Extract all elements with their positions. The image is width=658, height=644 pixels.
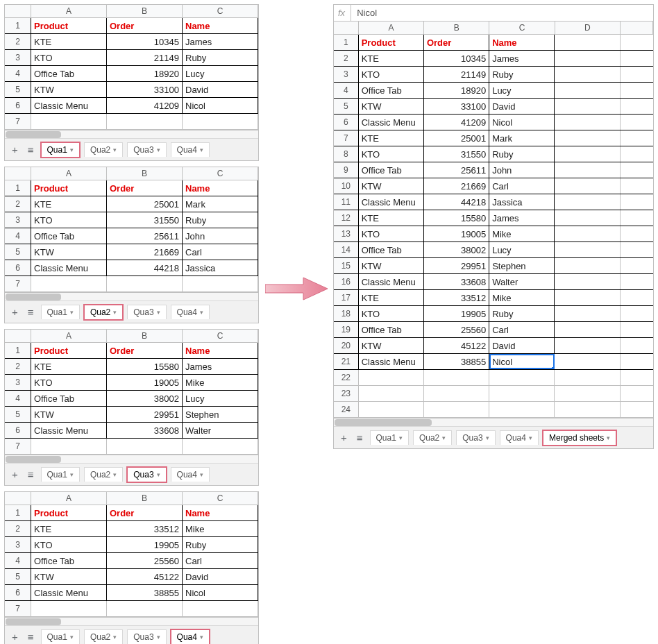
cell[interactable] bbox=[555, 99, 620, 114]
row-header[interactable]: 4 bbox=[5, 66, 31, 81]
row-header[interactable]: 17 bbox=[334, 290, 359, 305]
cell[interactable] bbox=[555, 370, 620, 385]
cell-order[interactable]: 33608 bbox=[424, 274, 489, 289]
cell[interactable] bbox=[489, 386, 555, 401]
cell-name[interactable]: Carl bbox=[489, 322, 555, 337]
tab-dropdown-icon[interactable]: ▾ bbox=[113, 146, 117, 153]
cell[interactable] bbox=[621, 306, 653, 321]
sheet-tab-qua4[interactable]: Qua4 ▾ bbox=[171, 142, 210, 157]
cell[interactable] bbox=[107, 114, 183, 129]
cell-name[interactable]: Lucy bbox=[489, 242, 555, 257]
row-header[interactable]: 5 bbox=[334, 99, 359, 114]
col-header-B[interactable]: B bbox=[424, 22, 489, 34]
cell[interactable] bbox=[31, 601, 107, 616]
row-header[interactable]: 6 bbox=[5, 585, 31, 600]
cell-order[interactable]: 10345 bbox=[424, 51, 489, 66]
cell[interactable] bbox=[183, 276, 258, 291]
order-header[interactable]: Order bbox=[107, 180, 183, 196]
cell[interactable] bbox=[31, 276, 107, 291]
select-all-corner[interactable] bbox=[334, 22, 359, 34]
cell-name[interactable]: Ruby bbox=[489, 306, 555, 321]
cell[interactable] bbox=[621, 274, 653, 289]
sheet-tab-qua4[interactable]: Qua4 ▾ bbox=[171, 467, 210, 482]
row-header[interactable]: 14 bbox=[334, 242, 359, 257]
row-header[interactable]: 2 bbox=[5, 521, 31, 536]
tab-dropdown-icon[interactable]: ▾ bbox=[399, 434, 403, 441]
cell-order[interactable]: 45122 bbox=[424, 338, 489, 353]
name-header[interactable]: Name bbox=[183, 343, 258, 358]
sheet-tab-merged-sheets[interactable]: Merged sheets ▾ bbox=[542, 430, 617, 446]
cell-name[interactable]: Lucy bbox=[183, 66, 258, 81]
row-header[interactable]: 1 bbox=[5, 343, 31, 358]
cell[interactable] bbox=[555, 35, 620, 50]
cell[interactable] bbox=[555, 130, 620, 146]
cell-name[interactable]: Ruby bbox=[183, 50, 258, 65]
product-header[interactable]: Product bbox=[31, 343, 107, 358]
col-header-A[interactable]: A bbox=[31, 167, 107, 180]
cell-name[interactable]: Ruby bbox=[183, 212, 258, 228]
col-header-C[interactable]: C bbox=[183, 492, 258, 505]
col-header-A[interactable]: A bbox=[31, 5, 107, 17]
horizontal-scrollbar[interactable] bbox=[5, 617, 258, 625]
cell-order[interactable]: 45122 bbox=[107, 569, 183, 584]
cell[interactable] bbox=[555, 402, 620, 417]
tab-dropdown-icon[interactable]: ▾ bbox=[157, 634, 160, 641]
cell-product[interactable]: Classic Menu bbox=[359, 354, 424, 369]
cell-name[interactable]: Mike bbox=[183, 375, 258, 390]
cell-product[interactable]: KTO bbox=[359, 226, 424, 242]
cell[interactable] bbox=[621, 146, 653, 162]
cell-order[interactable]: 38002 bbox=[107, 391, 183, 406]
cell-product[interactable]: Office Tab bbox=[31, 391, 107, 406]
cell-product[interactable]: Classic Menu bbox=[31, 98, 107, 113]
tab-dropdown-icon[interactable]: ▾ bbox=[113, 634, 117, 641]
cell[interactable] bbox=[555, 194, 620, 210]
cell[interactable] bbox=[107, 439, 183, 454]
select-all-corner[interactable] bbox=[5, 492, 31, 505]
add-sheet-button[interactable]: + bbox=[9, 468, 21, 480]
tab-dropdown-icon[interactable]: ▾ bbox=[157, 309, 160, 316]
row-header[interactable]: 3 bbox=[5, 50, 31, 65]
cell-name[interactable]: Stephen bbox=[183, 407, 258, 422]
cell[interactable] bbox=[555, 290, 620, 305]
cell-order[interactable]: 21149 bbox=[107, 50, 183, 65]
cell-product[interactable]: KTO bbox=[359, 67, 424, 82]
cell-name[interactable]: James bbox=[183, 34, 258, 49]
sheet-tab-qua1[interactable]: Qua1 ▾ bbox=[41, 305, 80, 319]
cell-product[interactable]: KTW bbox=[31, 82, 107, 97]
horizontal-scrollbar[interactable] bbox=[334, 418, 653, 426]
cell[interactable] bbox=[31, 114, 107, 129]
col-header-A[interactable]: A bbox=[31, 492, 107, 505]
cell[interactable] bbox=[555, 338, 620, 353]
cell[interactable] bbox=[555, 242, 620, 257]
cell-order[interactable]: 31550 bbox=[107, 212, 183, 228]
cell[interactable] bbox=[621, 194, 653, 210]
cell[interactable] bbox=[424, 386, 489, 401]
cell-name[interactable]: James bbox=[183, 359, 258, 374]
cell-product[interactable]: KTE bbox=[359, 51, 424, 66]
col-header-A[interactable]: A bbox=[359, 22, 424, 34]
cell[interactable] bbox=[555, 67, 620, 82]
all-sheets-button[interactable]: ≡ bbox=[25, 144, 37, 155]
product-header[interactable]: Product bbox=[31, 180, 107, 196]
col-header-C[interactable]: C bbox=[183, 167, 258, 180]
cell-product[interactable]: KTW bbox=[31, 407, 107, 422]
cell-order[interactable]: 25001 bbox=[107, 196, 183, 212]
cell-name[interactable]: Nicol bbox=[183, 585, 258, 600]
cell-order[interactable]: 18920 bbox=[107, 66, 183, 81]
cell-order[interactable]: 19905 bbox=[424, 306, 489, 321]
cell-product[interactable]: KTO bbox=[359, 146, 424, 162]
sheet-tab-qua1[interactable]: Qua1 ▾ bbox=[41, 629, 80, 644]
cell-order[interactable]: 25611 bbox=[424, 162, 489, 178]
row-header[interactable]: 5 bbox=[5, 407, 31, 422]
row-header[interactable]: 23 bbox=[334, 386, 359, 401]
cell-name[interactable]: Carl bbox=[489, 178, 555, 194]
tab-dropdown-icon[interactable]: ▾ bbox=[157, 146, 160, 153]
cell-order[interactable]: 38855 bbox=[424, 354, 489, 369]
cell[interactable] bbox=[621, 178, 653, 194]
row-header[interactable]: 3 bbox=[334, 67, 359, 82]
add-sheet-button[interactable]: + bbox=[9, 306, 21, 318]
cell-order[interactable]: 33512 bbox=[107, 521, 183, 536]
cell-name[interactable]: Ruby bbox=[183, 537, 258, 552]
cell-product[interactable]: KTE bbox=[31, 196, 107, 212]
row-header[interactable]: 6 bbox=[334, 115, 359, 130]
